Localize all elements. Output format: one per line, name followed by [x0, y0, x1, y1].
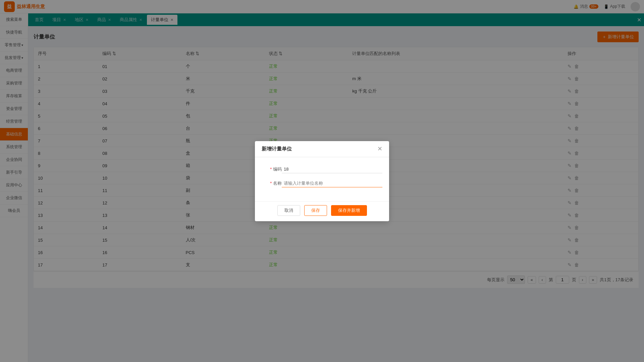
name-input[interactable]: [282, 179, 382, 187]
code-input[interactable]: [282, 165, 382, 173]
add-unit-modal: 新增计量单位 ✕ 编码 名称 取消 保存 保存并新增: [255, 141, 389, 221]
cancel-button[interactable]: 取消: [277, 205, 300, 216]
save-button[interactable]: 保存: [304, 205, 327, 216]
modal-close-button[interactable]: ✕: [377, 146, 382, 152]
save-and-new-button[interactable]: 保存并新增: [331, 205, 367, 216]
modal-body: 编码 名称: [255, 157, 389, 199]
modal-header: 新增计量单位 ✕: [255, 141, 389, 157]
name-field-row: 名称: [262, 179, 382, 187]
code-field-row: 编码: [262, 165, 382, 173]
name-label: 名称: [262, 180, 282, 186]
modal-footer: 取消 保存 保存并新增: [255, 201, 389, 221]
modal-title: 新增计量单位: [262, 146, 292, 152]
code-label: 编码: [262, 166, 282, 172]
modal-overlay: 新增计量单位 ✕ 编码 名称 取消 保存 保存并新增: [0, 0, 644, 362]
